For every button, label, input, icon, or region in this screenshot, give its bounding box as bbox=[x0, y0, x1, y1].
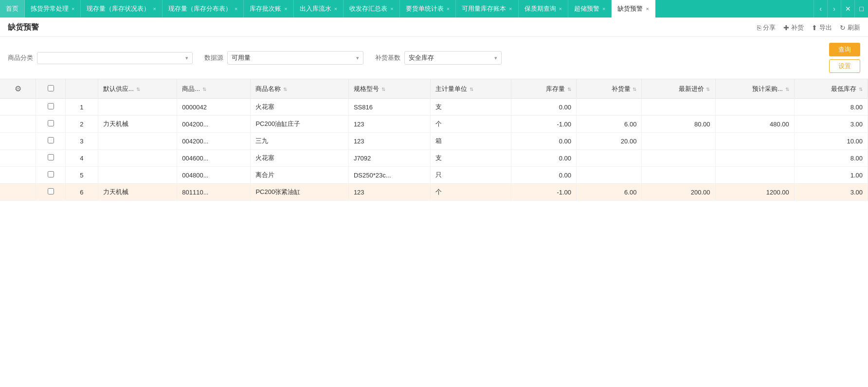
category-select[interactable]: ▾ bbox=[37, 52, 193, 64]
tab-expiry-query[interactable]: 保质期查询× bbox=[519, 0, 568, 18]
tab-stock-dist[interactable]: 现存量（库存分布表）× bbox=[163, 0, 244, 18]
sort-icon-stock[interactable]: ⇅ bbox=[566, 87, 571, 92]
tab-demand-stat[interactable]: 要货单统计表× bbox=[400, 0, 456, 18]
row-checkbox[interactable] bbox=[48, 137, 54, 143]
page-title: 缺货预警 bbox=[8, 22, 39, 33]
col-label-goodsname: 商品名称 bbox=[255, 85, 281, 92]
row-stock: 0.00 bbox=[511, 133, 576, 150]
col-header-checkbox bbox=[36, 79, 65, 99]
tab-label-shortage-warn: 缺货预警 bbox=[617, 4, 643, 13]
row-supplier: 力天机械 bbox=[98, 116, 177, 133]
tab-inout-flow[interactable]: 出入库流水× bbox=[294, 0, 344, 18]
replenish-base-select[interactable]: 安全库存 ▾ bbox=[404, 51, 502, 65]
row-checkbox[interactable] bbox=[48, 103, 54, 109]
row-goodsname: PC200张紧油缸 bbox=[251, 184, 349, 201]
tab-overstock-warn[interactable]: 超储预警× bbox=[568, 0, 612, 18]
export-icon: ⬆ bbox=[812, 24, 817, 32]
tab-close-demand-stat[interactable]: × bbox=[447, 6, 450, 12]
replenish-base-label: 补货基数 bbox=[375, 53, 400, 62]
filter-buttons: 查询 设置 bbox=[829, 43, 860, 73]
share-icon: ⎘ bbox=[757, 24, 761, 32]
tab-shortage-warn[interactable]: 缺货预警× bbox=[612, 0, 655, 18]
row-checkbox-cell bbox=[36, 133, 65, 150]
sort-icon-replenish[interactable]: ⇅ bbox=[632, 87, 637, 92]
tab-close-shortage-warn[interactable]: × bbox=[646, 6, 649, 12]
settings-button[interactable]: 设置 bbox=[829, 59, 860, 73]
col-label-minstock: 最低库存 bbox=[831, 85, 856, 92]
col-label-latestprice: 最新进价 bbox=[679, 85, 704, 92]
sort-icon-latestprice[interactable]: ⇅ bbox=[705, 87, 710, 92]
query-button[interactable]: 查询 bbox=[829, 43, 860, 56]
refresh-button[interactable]: ↻ 刷新 bbox=[840, 23, 860, 32]
row-estimated bbox=[715, 150, 794, 167]
sort-icon-unit[interactable]: ⇅ bbox=[468, 87, 473, 92]
tab-label-batch-account: 库存批次账 bbox=[250, 4, 281, 13]
sort-icon-minstock[interactable]: ⇅ bbox=[857, 87, 863, 92]
row-no: 5 bbox=[65, 167, 98, 184]
tab-stock-status[interactable]: 现存量（库存状况表）× bbox=[81, 0, 162, 18]
tab-nav-prev[interactable]: ‹ bbox=[814, 0, 827, 18]
share-button[interactable]: ⎘ 分享 bbox=[757, 23, 776, 32]
tab-batch-account[interactable]: 库存批次账× bbox=[244, 0, 293, 18]
sort-icon-supplier[interactable]: ⇅ bbox=[135, 87, 140, 92]
row-replenish bbox=[577, 167, 642, 184]
replenish-button[interactable]: ✚ 补货 bbox=[783, 23, 804, 32]
tab-close-expiry-query[interactable]: × bbox=[559, 6, 562, 12]
row-checkbox-cell bbox=[36, 116, 65, 133]
row-latestprice bbox=[642, 99, 715, 116]
datasource-label: 数据源 bbox=[204, 53, 223, 62]
col-header-spec: 规格型号 ⇅ bbox=[348, 79, 430, 99]
tab-close-recv-summary[interactable]: × bbox=[390, 6, 393, 12]
row-stock: 0.00 bbox=[511, 150, 576, 167]
row-stock: -1.00 bbox=[511, 184, 576, 201]
row-no: 4 bbox=[65, 150, 98, 167]
tab-label-expiry-query: 保质期查询 bbox=[524, 4, 556, 13]
row-goodsname: 火花塞 bbox=[251, 150, 349, 167]
tab-close-inout-flow[interactable]: × bbox=[334, 6, 337, 12]
tab-close-batch-account[interactable]: × bbox=[284, 6, 287, 12]
select-all-checkbox[interactable] bbox=[48, 85, 54, 91]
sort-icon-goodsno[interactable]: ⇅ bbox=[201, 87, 206, 92]
row-latestprice: 80.00 bbox=[642, 116, 715, 133]
tab-close-stock-status[interactable]: × bbox=[153, 6, 156, 12]
row-unit: 个 bbox=[430, 116, 511, 133]
tab-abnormal[interactable]: 拣货异常处理× bbox=[25, 0, 81, 18]
row-checkbox[interactable] bbox=[48, 120, 54, 126]
col-label-replenish: 补货量 bbox=[612, 85, 631, 92]
tab-close-overstock-warn[interactable]: × bbox=[602, 6, 605, 12]
datasource-chevron-icon: ▾ bbox=[356, 55, 359, 61]
tab-close-available-ledger[interactable]: × bbox=[509, 6, 512, 12]
row-checkbox[interactable] bbox=[48, 171, 54, 177]
tab-close-abnormal[interactable]: × bbox=[72, 6, 74, 12]
sort-icon-estimated[interactable]: ⇅ bbox=[784, 87, 789, 92]
tab-available-ledger[interactable]: 可用量库存账本× bbox=[456, 0, 518, 18]
tab-close-all[interactable]: ✕ bbox=[841, 0, 854, 18]
tab-home[interactable]: 首页 bbox=[0, 0, 25, 18]
sort-icon-goodsname[interactable]: ⇅ bbox=[282, 87, 287, 92]
sort-icon-spec[interactable]: ⇅ bbox=[380, 87, 385, 92]
col-label-supplier: 默认供应... bbox=[103, 85, 134, 92]
row-estimated bbox=[715, 133, 794, 150]
replenish-icon: ✚ bbox=[783, 24, 789, 32]
tab-nav-next[interactable]: › bbox=[827, 0, 841, 18]
row-checkbox[interactable] bbox=[48, 188, 54, 194]
tab-maximize[interactable]: □ bbox=[854, 0, 868, 18]
col-header-minstock: 最低库存 ⇅ bbox=[794, 79, 868, 99]
col-header-replenish: 补货量 ⇅ bbox=[577, 79, 642, 99]
row-no: 2 bbox=[65, 116, 98, 133]
tab-label-inout-flow: 出入库流水 bbox=[300, 4, 331, 13]
row-checkbox[interactable] bbox=[48, 154, 54, 160]
export-button[interactable]: ⬆ 导出 bbox=[812, 23, 832, 32]
col-header-goodsno: 商品... ⇅ bbox=[177, 79, 251, 99]
datasource-select[interactable]: 可用量 ▾ bbox=[227, 51, 363, 65]
tab-recv-summary[interactable]: 收发存汇总表× bbox=[344, 0, 399, 18]
row-settings-cell bbox=[0, 150, 36, 167]
tab-close-stock-dist[interactable]: × bbox=[235, 6, 237, 12]
row-settings-cell bbox=[0, 167, 36, 184]
row-supplier bbox=[98, 133, 177, 150]
row-minstock: 3.00 bbox=[794, 184, 868, 201]
row-latestprice bbox=[642, 167, 715, 184]
col-label-stock: 库存量 bbox=[546, 85, 565, 92]
gear-settings-icon[interactable]: ⚙ bbox=[14, 83, 22, 94]
row-replenish: 20.00 bbox=[577, 133, 642, 150]
